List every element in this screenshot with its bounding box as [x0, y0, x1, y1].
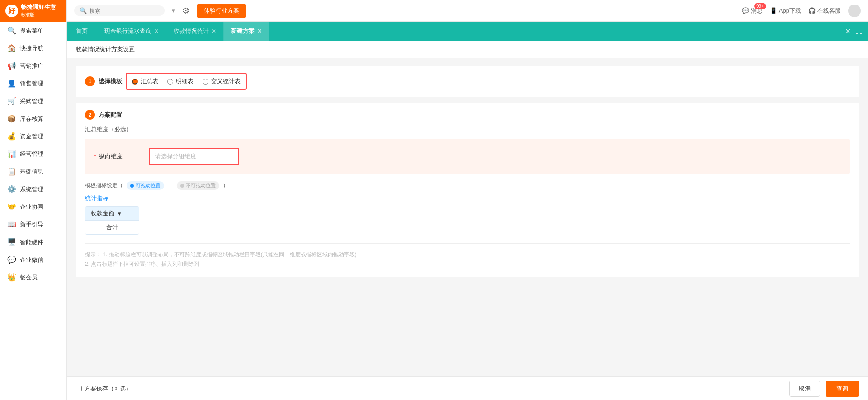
required-marker: * — [94, 153, 96, 160]
guide-icon: 📖 — [7, 220, 16, 229]
service-icon: 🎧 — [808, 7, 816, 14]
step2-section: 2 方案配置 汇总维度（必选） * 纵向维度 —— 请选择分组维度 — [76, 103, 859, 277]
search-dropdown-icon[interactable]: ▾ — [172, 7, 175, 14]
sidebar-item-marketing[interactable]: 📢 营销推广 — [0, 57, 66, 75]
breadcrumb-text: 收款情况统计方案设置 — [76, 46, 135, 52]
sidebar-item-finance[interactable]: 💰 资金管理 — [0, 127, 66, 145]
query-button[interactable]: 查询 — [826, 381, 859, 397]
industry-solution-button[interactable]: 体验行业方案 — [197, 4, 246, 18]
tab-collection-stats[interactable]: 收款情况统计 ✕ — [166, 22, 224, 41]
radio-summary-label: 汇总表 — [141, 77, 158, 85]
can-drag-dot — [130, 184, 134, 188]
step1-number: 1 — [85, 76, 95, 86]
sidebar-item-search[interactable]: 🔍 搜索菜单 — [0, 22, 66, 39]
radio-summary[interactable]: 汇总表 — [132, 77, 158, 85]
sidebar-item-label: 搜索菜单 — [20, 27, 43, 35]
step2-title: 方案配置 — [99, 111, 122, 119]
topbar: 🔍 ▾ ⚙ 体验行业方案 💬 消息 99+ 📱 App下载 🎧 在线客服 — [67, 0, 868, 22]
topbar-right: 💬 消息 99+ 📱 App下载 🎧 在线客服 — [742, 5, 861, 17]
step1-title: 选择模板 — [99, 77, 122, 85]
hardware-icon: 🖥️ — [7, 238, 16, 246]
tab-new-plan[interactable]: 新建方案 ✕ — [224, 22, 269, 41]
radio-detail-input[interactable] — [167, 79, 173, 85]
sidebar-item-label: 企业微信 — [20, 256, 43, 264]
sidebar-item-label: 系统管理 — [20, 185, 43, 193]
app-edition: 标准版 — [21, 12, 56, 18]
main-area: 🔍 ▾ ⚙ 体验行业方案 💬 消息 99+ 📱 App下载 🎧 在线客服 — [67, 0, 868, 400]
sidebar-item-sales[interactable]: 👤 销售管理 — [0, 75, 66, 92]
user-avatar[interactable] — [848, 5, 861, 17]
stat-table-header[interactable]: 收款金额 ▾ — [85, 207, 139, 221]
page-breadcrumb: 收款情况统计方案设置 — [67, 41, 868, 58]
step2-number: 2 — [85, 110, 95, 120]
radio-cross[interactable]: 交叉统计表 — [203, 77, 241, 85]
sidebar-item-enterprise[interactable]: 🤝 企业协同 — [0, 198, 66, 216]
radio-cross-label: 交叉统计表 — [211, 77, 241, 85]
stat-indicator-table: 收款金额 ▾ 合计 — [85, 206, 139, 235]
cannot-drag-dot — [180, 184, 184, 188]
sidebar-item-label: 资金管理 — [20, 132, 43, 141]
tab-collection-stats-label: 收款情况统计 — [174, 27, 209, 35]
stat-table-row: 合计 — [85, 221, 139, 234]
stat-indicator-title: 统计指标 — [85, 194, 850, 202]
radio-cross-input[interactable] — [203, 79, 208, 85]
sidebar-item-member[interactable]: 👑 畅会员 — [0, 268, 66, 286]
sidebar-item-label: 新手引导 — [20, 221, 43, 229]
tab-new-plan-close[interactable]: ✕ — [257, 28, 262, 34]
tab-bank-flow[interactable]: 现金银行流水查询 ✕ — [97, 22, 166, 41]
search-input[interactable] — [90, 8, 153, 14]
sidebar-item-wechat[interactable]: 💬 企业微信 — [0, 251, 66, 268]
radio-detail-label: 明细表 — [176, 77, 193, 85]
sidebar-item-label: 智能硬件 — [20, 238, 43, 246]
tab-expand-icon[interactable]: ⛶ — [855, 27, 863, 35]
app-download-button[interactable]: 📱 App下载 — [770, 7, 801, 15]
sidebar-item-purchase[interactable]: 🛒 采购管理 — [0, 92, 66, 110]
sales-icon: 👤 — [7, 79, 16, 88]
save-checkbox[interactable] — [76, 386, 82, 391]
sidebar-item-guide[interactable]: 📖 新手引导 — [0, 216, 66, 233]
search-box[interactable]: 🔍 — [74, 5, 165, 16]
save-option[interactable]: 方案保存（可选） — [76, 385, 132, 393]
sidebar-item-label: 销售管理 — [20, 80, 43, 88]
tab-new-plan-label: 新建方案 — [231, 27, 255, 35]
sidebar-item-system[interactable]: ⚙️ 系统管理 — [0, 180, 66, 198]
notification-button[interactable]: 💬 消息 99+ — [742, 7, 763, 15]
tab-home[interactable]: 首页 — [67, 22, 97, 41]
sidebar-item-label: 企业协同 — [20, 203, 43, 211]
radio-detail[interactable]: 明细表 — [167, 77, 193, 85]
stat-dropdown-icon[interactable]: ▾ — [118, 210, 121, 217]
tips-divider — [85, 243, 850, 244]
save-label: 方案保存（可选） — [85, 385, 132, 393]
dimension-area: * 纵向维度 —— 请选择分组维度 — [85, 139, 850, 174]
radio-summary-input[interactable] — [132, 79, 138, 85]
vertical-label-text: 纵向维度 — [99, 153, 123, 160]
dimension-select-box[interactable]: 请选择分组维度 — [149, 148, 239, 165]
cancel-button[interactable]: 取消 — [789, 381, 820, 397]
wechat-icon: 💬 — [7, 255, 16, 264]
basic-icon: 📋 — [7, 167, 16, 176]
sidebar-item-hardware[interactable]: 🖥️ 智能硬件 — [0, 233, 66, 251]
settings-icon[interactable]: ⚙ — [182, 6, 189, 16]
logo-icon: 好 — [5, 5, 18, 17]
tab-bank-flow-close[interactable]: ✕ — [154, 28, 159, 34]
home-icon: 🏠 — [7, 44, 16, 52]
tips-section: 提示： 1. 拖动标题栏可以调整布局，不可跨维度或指标区域拖动栏目字段(只能在同… — [85, 251, 850, 268]
online-service-button[interactable]: 🎧 在线客服 — [808, 7, 841, 15]
sidebar-item-inventory[interactable]: 📦 库存核算 — [0, 110, 66, 127]
indicator-label-row: 模板指标设定（ 可拖动位置 不可拖动位置 ） — [85, 181, 850, 190]
finance-icon: 💰 — [7, 132, 16, 141]
sidebar-item-quicknav[interactable]: 🏠 快捷导航 — [0, 39, 66, 57]
template-options-group: 汇总表 明细表 交叉统计表 — [126, 73, 247, 90]
app-name: 畅捷通好生意 — [21, 4, 56, 11]
can-drag-badge: 可拖动位置 — [127, 181, 164, 190]
step1-header: 1 选择模板 汇总表 明细表 交叉统计表 — [85, 73, 850, 90]
marketing-icon: 📢 — [7, 61, 16, 70]
enterprise-icon: 🤝 — [7, 202, 16, 211]
indicator-title-text: 模板指标设定（ — [85, 182, 123, 189]
message-icon: 💬 — [742, 7, 749, 14]
tab-close-all-icon[interactable]: ✕ — [845, 27, 851, 36]
sidebar-item-basic[interactable]: 📋 基础信息 — [0, 163, 66, 180]
cannot-drag-label: 不可拖动位置 — [186, 182, 216, 189]
tab-collection-stats-close[interactable]: ✕ — [212, 28, 216, 34]
sidebar-item-operation[interactable]: 📊 经营管理 — [0, 145, 66, 163]
